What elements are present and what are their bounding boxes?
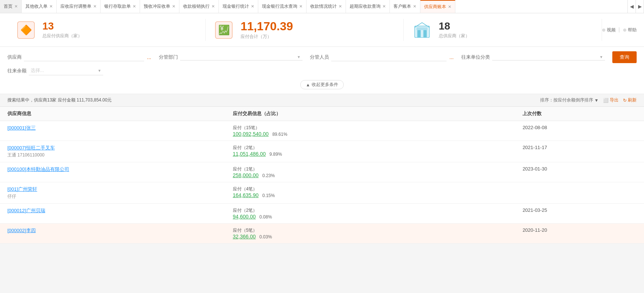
svg-rect-7 — [417, 27, 427, 30]
tx-amount[interactable]: 32,366.00 — [233, 234, 256, 239]
ap-suppliers-info: 13 总应付供应商（家） — [42, 21, 82, 39]
balance-filter-label: 往来余额 — [7, 68, 27, 74]
nav-next-button[interactable]: ▶ — [636, 0, 644, 13]
tx-amount[interactable]: 11,051,486.00 — [233, 151, 266, 157]
total-suppliers-number: 18 — [439, 21, 470, 32]
nav-tab-supplier-account[interactable]: 供应商账本 ✕ — [420, 0, 455, 13]
collapse-bar: ▲ 收起更多条件 — [7, 78, 637, 89]
category-select[interactable]: ▼ — [492, 54, 605, 61]
nav-tab-cash-bank-stat[interactable]: 现金银行统计 ✕ — [219, 0, 258, 13]
close-icon[interactable]: ✕ — [251, 4, 254, 9]
supplier-link[interactable]: [000001]张三 — [7, 125, 36, 131]
supplier-info-cell: [000012]广州贝瑞 — [0, 204, 225, 224]
close-icon[interactable]: ✕ — [172, 4, 175, 9]
collapse-button[interactable]: ▲ 收起更多条件 — [300, 80, 344, 89]
filter-area: 供应商 ... 分管部门 ▼ 分管人员 ... 往来单位分类 ▼ 查询 — [0, 47, 644, 94]
supplier-link[interactable]: [000007]恒旺二手叉车 — [7, 145, 55, 151]
tx-label: 应付（4笔） — [233, 186, 508, 192]
nav-tab-receipt-stat[interactable]: 收款情况统计 ✕ — [307, 0, 346, 13]
person-dots[interactable]: ... — [449, 54, 454, 60]
nav-tab-other-income[interactable]: 其他收入单 ✕ — [22, 0, 57, 13]
nav-tab-bank-deposit[interactable]: 银行存取款单 ✕ — [101, 0, 140, 13]
collapse-label: 收起更多条件 — [312, 82, 338, 88]
refresh-button[interactable]: ↻ 刷新 — [623, 97, 637, 103]
close-icon[interactable]: ✕ — [133, 4, 136, 9]
store-card-icon — [411, 19, 433, 41]
tx-amount[interactable]: 94,600.00 — [233, 214, 256, 220]
balance-select[interactable]: 选择... ▼ — [29, 66, 103, 75]
supplier-link[interactable]: [001]广州荣轩 — [7, 186, 37, 192]
nav-tab-home[interactable]: 首页 ✕ — [0, 0, 22, 13]
col-last-payment: 上次付数 — [515, 107, 644, 121]
tx-percent: 0.23% — [262, 173, 275, 178]
supplier-info-cell: [000007]恒旺二手叉车王通 17106110000 — [0, 141, 225, 162]
tx-amount[interactable]: 164,635.90 — [233, 192, 259, 198]
query-button[interactable]: 查询 — [612, 51, 637, 63]
close-icon[interactable]: ✕ — [211, 4, 215, 9]
export-label: 导出 — [610, 97, 619, 103]
summary-card-ap-total: 💹 11,170.39 应付合计（万） — [206, 19, 404, 41]
svg-text:💹: 💹 — [218, 24, 230, 36]
nav-tab-overdue-ar[interactable]: 超期应收款查询 ✕ — [346, 0, 390, 13]
tx-percent: 9.89% — [269, 152, 282, 157]
tx-info-cell: 应付（15笔）100,092,540.0089.61% — [225, 121, 515, 141]
close-icon[interactable]: ✕ — [413, 4, 416, 9]
nav-tab-prepay-offset[interactable]: 预收冲应收单 ✕ — [140, 0, 179, 13]
dept-filter-label: 分管部门 — [159, 54, 178, 61]
nav-tab-cash-bank-flow[interactable]: 现金银行流水查询 ✕ — [258, 0, 307, 13]
supplier-link[interactable]: [000002]李四 — [7, 228, 36, 233]
close-icon[interactable]: ✕ — [14, 4, 18, 9]
tx-amount-row: 11,051,486.009.89% — [233, 151, 508, 157]
tx-amount-row: 164,635.900.15% — [233, 192, 508, 198]
close-icon[interactable]: ✕ — [49, 4, 53, 9]
tx-amount-row: 32,366.000.03% — [233, 234, 508, 239]
divider — [619, 27, 619, 32]
top-nav: 首页 ✕ 其他收入单 ✕ 应收应付调整单 ✕ 银行存取款单 ✕ 预收冲应收单 ✕… — [0, 0, 644, 13]
nav-tab-customer-account[interactable]: 客户账本 ✕ — [390, 0, 420, 13]
filter-row-2: 往来余额 选择... ▼ — [7, 66, 637, 75]
tx-info-cell: 应付（5笔）32,366.000.03% — [225, 224, 515, 244]
close-icon[interactable]: ✕ — [448, 4, 451, 9]
tx-label: 应付（5笔） — [233, 227, 508, 234]
supplier-dots[interactable]: ... — [147, 54, 151, 60]
balance-placeholder: 选择... — [31, 67, 98, 74]
nav-tab-receipt-exec[interactable]: 收款核销执行 ✕ — [179, 0, 219, 13]
total-suppliers-label: 总供应商（家） — [439, 33, 470, 39]
tx-info-cell: 应付（2笔）11,051,486.009.89% — [225, 141, 515, 162]
refresh-icon: ↻ — [623, 98, 627, 103]
ap-suppliers-number: 13 — [42, 21, 82, 32]
last-payment-cell: 2020-11-20 — [515, 224, 644, 244]
summary-card-ap-suppliers: 🔶 13 总应付供应商（家） — [7, 19, 206, 41]
video-link[interactable]: 视频 — [607, 27, 616, 32]
close-icon[interactable]: ✕ — [299, 4, 302, 9]
table-row: [000012]广州贝瑞应付（2笔）94,600.000.08%2021-03-… — [0, 204, 644, 224]
close-icon[interactable]: ✕ — [93, 4, 97, 9]
sort-icon: ▼ — [594, 98, 599, 103]
person-filter-input[interactable] — [331, 53, 447, 61]
supplier-filter-input[interactable] — [24, 53, 144, 61]
help-link[interactable]: 帮助 — [628, 27, 637, 32]
tx-amount[interactable]: 258,000.00 — [233, 172, 259, 178]
sort-button[interactable]: 排序：按应付余额倒序排序 ▼ — [540, 97, 599, 103]
filter-dept: 分管部门 ▼ — [159, 54, 303, 61]
table-row: [000001]张三应付（15笔）100,092,540.0089.61%202… — [0, 121, 644, 141]
export-button[interactable]: ⬜ 导出 — [603, 97, 619, 103]
refresh-label: 刷新 — [628, 97, 637, 103]
money-card-icon: 💹 — [213, 19, 235, 41]
close-icon[interactable]: ✕ — [382, 4, 386, 9]
tx-amount-row: 258,000.000.23% — [233, 172, 508, 178]
supplier-info-cell: [000001]张三 — [0, 121, 225, 141]
nav-tab-ar-ap-adjust[interactable]: 应收应付调整单 ✕ — [57, 0, 101, 13]
close-icon[interactable]: ✕ — [339, 4, 342, 9]
summary-right-links: ⊙ 视频 ⊙ 帮助 — [602, 27, 637, 33]
last-payment-cell: 2022-08-08 — [515, 121, 644, 141]
nav-prev-button[interactable]: ◀ — [628, 0, 636, 13]
result-actions: 排序：按应付余额倒序排序 ▼ ⬜ 导出 ↻ 刷新 — [540, 97, 637, 103]
tx-percent: 89.61% — [272, 132, 287, 137]
supplier-link[interactable]: [000100]本特勤油品有限公司 — [7, 166, 69, 172]
tx-amount[interactable]: 100,092,540.00 — [233, 131, 269, 137]
tx-label: 应付（2笔） — [233, 145, 508, 151]
dept-select[interactable]: ▼ — [180, 54, 303, 61]
supplier-link[interactable]: [000012]广州贝瑞 — [7, 208, 45, 213]
filter-row-1: 供应商 ... 分管部门 ▼ 分管人员 ... 往来单位分类 ▼ 查询 — [7, 51, 637, 63]
